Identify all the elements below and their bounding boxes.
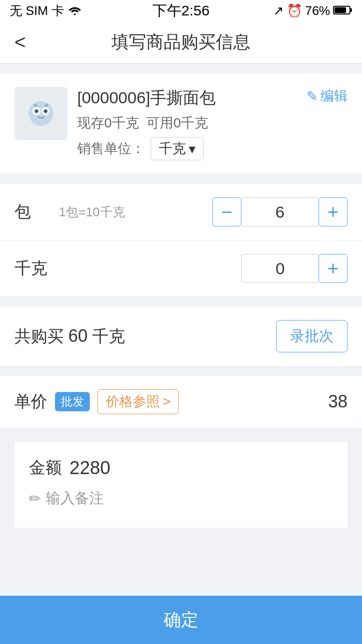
battery-icon (333, 3, 352, 18)
amount-label: 金额 (29, 457, 62, 479)
svg-rect-3 (334, 7, 346, 13)
svg-point-9 (35, 110, 38, 112)
amount-container: 金额 2280 ✏ 输入备注 (14, 442, 348, 528)
note-row[interactable]: ✏ 输入备注 (29, 489, 333, 518)
unit-select[interactable]: 千克 ▾ (151, 137, 204, 160)
package-section: 包 1包=10千克 − + 千克 + (0, 184, 362, 297)
battery-text: 76% (305, 3, 330, 18)
confirm-text: 确定 (164, 608, 198, 632)
package-hint: 1包=10千克 (59, 204, 212, 221)
package-quantity-control: − + (212, 197, 348, 226)
kilogram-row: 千克 + (0, 240, 362, 297)
kilogram-label: 千克 (14, 257, 53, 280)
package-label: 包 (14, 201, 53, 223)
confirm-bar[interactable]: 确定 (0, 596, 362, 644)
kilogram-quantity-control: + (241, 254, 348, 283)
product-stock: 现存0千克 可用0千克 (77, 114, 348, 132)
alarm-icon: ⏰ (287, 3, 302, 18)
carrier-text: 无 SIM 卡 (10, 2, 64, 19)
package-plus-button[interactable]: + (319, 197, 348, 226)
edit-button[interactable]: ✎ 编辑 (306, 87, 348, 105)
price-ref-button[interactable]: 价格参照 > (97, 389, 179, 414)
back-button[interactable]: < (14, 31, 26, 53)
price-value: 38 (328, 392, 348, 412)
amount-value: 2280 (70, 458, 111, 478)
nav-bar: < 填写商品购买信息 (0, 21, 362, 64)
status-bar-left: 无 SIM 卡 (10, 2, 82, 19)
summary-quantity-value: 60 (68, 326, 87, 346)
package-quantity-input[interactable] (241, 197, 319, 226)
status-bar-time: 下午2:56 (153, 1, 209, 21)
amount-row: 金额 2280 (29, 457, 333, 489)
svg-point-10 (44, 110, 47, 112)
note-placeholder: 输入备注 (46, 489, 104, 508)
pifa-tag: 批发 (55, 392, 90, 411)
summary-text: 共购买 60 千克 (14, 325, 125, 348)
price-section: 单价 批发 价格参照 > 38 (0, 376, 362, 428)
location-icon: ↗ (273, 3, 284, 18)
status-bar-right: ↗ ⏰ 76% (273, 3, 352, 18)
summary-row: 共购买 60 千克 录批次 (0, 307, 362, 366)
product-image (14, 87, 68, 140)
wifi-icon (68, 3, 82, 18)
amount-section: 金额 2280 ✏ 输入备注 (0, 428, 362, 528)
price-label: 单价 (14, 391, 47, 413)
kilogram-plus-button[interactable]: + (319, 254, 348, 283)
svg-point-0 (74, 14, 76, 15)
status-bar: 无 SIM 卡 下午2:56 ↗ ⏰ 76% (0, 0, 362, 21)
svg-point-4 (28, 101, 53, 126)
svg-rect-2 (350, 8, 352, 12)
product-unit-row: 销售单位： 千克 ▾ (77, 137, 348, 160)
page-title: 填写商品购买信息 (111, 30, 251, 54)
note-icon: ✏ (29, 490, 41, 507)
batch-button[interactable]: 录批次 (276, 320, 348, 352)
package-row: 包 1包=10千克 − + (0, 184, 362, 240)
product-card: [0000006]手撕面包 现存0千克 可用0千克 销售单位： 千克 ▾ ✎ 编… (0, 73, 362, 174)
kilogram-quantity-input[interactable] (241, 254, 319, 283)
package-minus-button[interactable]: − (212, 197, 241, 226)
